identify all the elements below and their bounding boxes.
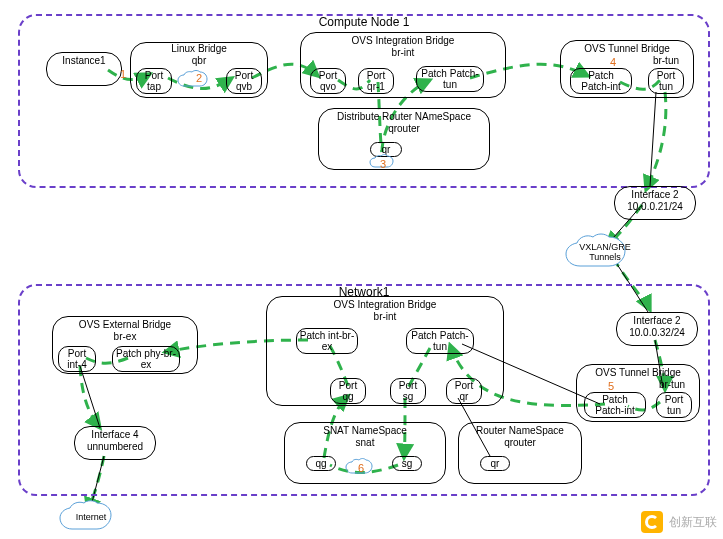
ovs-tun-sub: br-tun xyxy=(563,55,679,67)
ovs-int-sub: br-int xyxy=(303,47,503,59)
box-interface4: Interface 4 unnumbered xyxy=(74,426,156,460)
box-router-ns: Router NameSpace qrouter xyxy=(458,422,582,484)
marker-2: 2 xyxy=(196,72,202,84)
port-qvo: Port qvo xyxy=(310,68,346,94)
port-tun-network: Port tun xyxy=(656,392,692,418)
box-interface2-compute: Interface 2 10.0.0.21/24 xyxy=(614,186,696,220)
cloud-tunnels: VXLAN/GRE Tunnels xyxy=(562,232,648,272)
ovs-int-title: OVS Integration Bridge xyxy=(303,35,503,47)
marker-3: 3 xyxy=(380,158,386,170)
watermark: 创新互联 xyxy=(641,511,717,533)
snat-sub: snat xyxy=(287,437,443,449)
ovs-int-net-title: OVS Integration Bridge xyxy=(269,299,501,311)
cloud-internet: Internet xyxy=(56,500,126,534)
snat-title: SNAT NameSpace xyxy=(287,425,443,437)
dvr-sub: qrouter xyxy=(321,123,487,135)
port-tap: Port tap xyxy=(136,68,172,94)
patch-int-network: Patch Patch-int xyxy=(584,392,646,418)
router-sub: qrouter xyxy=(461,437,579,449)
diagram-viewport: Compute Node 1 Instance1 Linux Bridge qb… xyxy=(0,0,723,539)
patch-phy-br-ex: Patch phy-br-ex xyxy=(112,346,180,372)
watermark-text: 创新互联 xyxy=(669,514,717,531)
box-instance1: Instance1 xyxy=(46,52,122,86)
router-port-qr: qr xyxy=(480,456,510,471)
port-tun-compute: Port tun xyxy=(648,68,684,94)
linux-bridge-sub: qbr xyxy=(133,55,265,67)
patch-int-compute: Patch Patch-int xyxy=(570,68,632,94)
patch-tun-network: Patch Patch-tun xyxy=(406,328,474,354)
port-qvb: Port qvb xyxy=(226,68,262,94)
instance-label: Instance1 xyxy=(49,55,119,67)
snat-port-qg: qg xyxy=(306,456,336,471)
ovs-ext-sub: br-ex xyxy=(55,331,195,343)
watermark-logo-icon xyxy=(641,511,663,533)
ovs-tun-net-title: OVS Tunnel Bridge xyxy=(579,367,697,379)
marker-5: 5 xyxy=(608,380,614,392)
port-sg: Port sg xyxy=(390,378,426,404)
patch-tun-compute: Patch Patch-tun xyxy=(416,66,484,92)
ovs-tun-net-sub: br-tun xyxy=(579,379,685,391)
box-interface2-network: Interface 2 10.0.0.32/24 xyxy=(616,312,698,346)
cloud-icon xyxy=(176,70,212,90)
linux-bridge-title: Linux Bridge xyxy=(133,43,265,55)
ovs-tun-title: OVS Tunnel Bridge xyxy=(563,43,691,55)
ovs-int-net-sub: br-int xyxy=(269,311,501,323)
marker-4: 4 xyxy=(610,56,616,68)
ovs-ext-title: OVS External Bridge xyxy=(55,319,195,331)
router-title: Router NameSpace xyxy=(461,425,579,437)
port-int4: Port int-4 xyxy=(58,346,96,372)
box-dvr: Distribute Router NAmeSpace qrouter xyxy=(318,108,490,170)
snat-port-sg: sg xyxy=(392,456,422,471)
zone-title: Compute Node 1 xyxy=(319,15,410,29)
dvr-title: Distribute Router NAmeSpace xyxy=(321,111,487,123)
port-qr1: Port qr-1 xyxy=(358,68,394,94)
port-qr-network: Port qr xyxy=(446,378,482,404)
internet-label: Internet xyxy=(56,512,126,522)
marker-6: 6 xyxy=(358,462,364,474)
marker-1: 1 xyxy=(120,68,126,80)
patch-int-br-ex: Patch int-br-ex xyxy=(296,328,358,354)
tunnels-label: VXLAN/GRE Tunnels xyxy=(562,242,648,262)
port-qg: Port qg xyxy=(330,378,366,404)
